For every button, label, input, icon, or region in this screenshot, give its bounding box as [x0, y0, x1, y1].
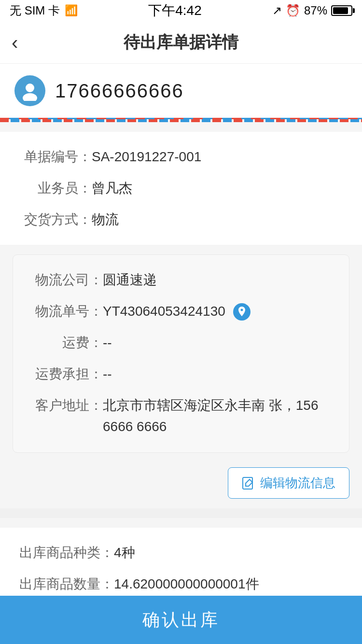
tracking-no-value: YT43064053424130 [103, 301, 332, 322]
customer-header: 17666666666 [0, 64, 362, 119]
delivery-method-value: 物流 [92, 209, 343, 231]
nav-bar: ‹ 待出库单据详情 [0, 21, 362, 64]
svg-point-0 [26, 84, 34, 92]
tracking-no-row: 物流单号： YT43064053424130 [30, 301, 332, 322]
goods-types-value: 4种 [114, 542, 343, 564]
battery-percent: 87% [304, 4, 327, 17]
goods-quantity-label: 出库商品数量： [19, 574, 114, 595]
wifi-icon: 📶 [65, 4, 78, 17]
tracking-no-label: 物流单号： [30, 301, 103, 322]
basic-info-section: 单据编号： SA-20191227-001 业务员： 曾凡杰 交货方式： 物流 [0, 132, 362, 245]
delivery-method-label: 交货方式： [19, 209, 92, 231]
document-no-value: SA-20191227-001 [92, 146, 343, 168]
freight-bearer-label: 运费承担： [30, 364, 103, 385]
location-track-icon[interactable] [233, 303, 251, 321]
status-right: ↗ ⏰ 87% [272, 4, 352, 17]
edit-logistics-button[interactable]: 编辑物流信息 [228, 467, 349, 499]
customer-phone: 17666666666 [55, 80, 184, 102]
location-icon: ↗ [272, 4, 282, 17]
goods-types-row: 出库商品种类： 4种 [19, 542, 343, 564]
status-bar: 无 SIM 卡 📶 下午4:42 ↗ ⏰ 87% [0, 0, 362, 21]
page-title: 待出库单据详情 [124, 31, 238, 54]
dashed-separator [0, 119, 362, 122]
edit-logistics-row: 编辑物流信息 [0, 462, 362, 508]
goods-quantity-row: 出库商品数量： 14.620000000000001件 [19, 574, 343, 595]
battery-icon [331, 5, 352, 16]
status-time: 下午4:42 [148, 1, 202, 20]
address-label: 客户地址： [30, 395, 103, 417]
freight-row: 运费： -- [30, 332, 332, 354]
freight-label: 运费： [30, 332, 103, 354]
document-no-label: 单据编号： [19, 146, 92, 168]
freight-value: -- [103, 332, 332, 354]
logistics-company-value: 圆通速递 [103, 269, 332, 291]
salesperson-label: 业务员： [19, 178, 92, 199]
logistics-company-label: 物流公司： [30, 269, 103, 291]
avatar-icon [20, 81, 40, 101]
logistics-section: 物流公司： 圆通速递 物流单号： YT43064053424130 运费： --… [13, 254, 349, 453]
address-row: 客户地址： 北京市市辖区海淀区永丰南 张，156 6666 6666 [30, 395, 332, 438]
svg-point-1 [23, 93, 37, 101]
delivery-method-row: 交货方式： 物流 [19, 209, 343, 231]
confirm-button[interactable]: 确认出库 [0, 596, 362, 644]
goods-quantity-value: 14.620000000000001件 [114, 574, 343, 595]
section-divider [0, 508, 362, 518]
freight-bearer-value: -- [103, 364, 332, 385]
status-carrier: 无 SIM 卡 📶 [10, 3, 78, 18]
document-no-row: 单据编号： SA-20191227-001 [19, 146, 343, 168]
goods-types-label: 出库商品种类： [19, 542, 114, 564]
alarm-icon: ⏰ [286, 4, 300, 17]
salesperson-value: 曾凡杰 [92, 178, 343, 199]
back-button[interactable]: ‹ [12, 33, 18, 52]
freight-bearer-row: 运费承担： -- [30, 364, 332, 385]
salesperson-row: 业务员： 曾凡杰 [19, 178, 343, 199]
edit-icon [242, 476, 255, 490]
avatar [14, 75, 45, 106]
address-value: 北京市市辖区海淀区永丰南 张，156 6666 6666 [103, 395, 332, 438]
logistics-company-row: 物流公司： 圆通速递 [30, 269, 332, 291]
